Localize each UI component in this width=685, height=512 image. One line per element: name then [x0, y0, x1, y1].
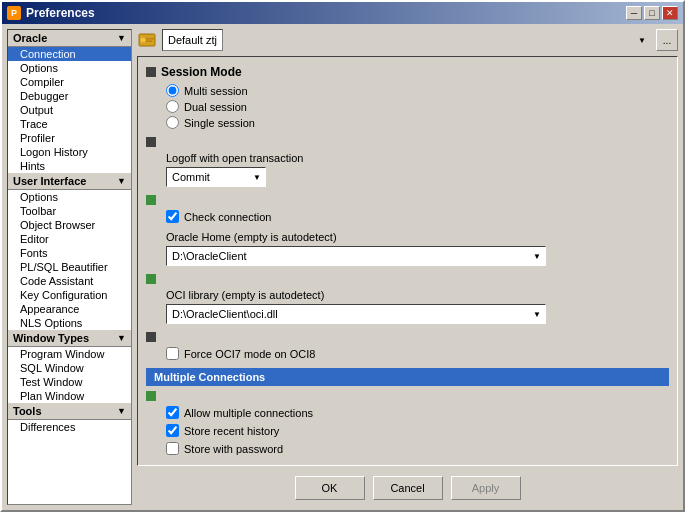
sidebar-item-options[interactable]: Options: [8, 61, 131, 75]
tools-arrow-icon: ▼: [117, 406, 126, 416]
sidebar-item-program-window[interactable]: Program Window: [8, 347, 131, 361]
svg-point-1: [141, 38, 146, 43]
content-area: Oracle ▼ Connection Options Compiler Deb…: [2, 24, 683, 510]
connection-select[interactable]: Default ztj: [162, 29, 223, 51]
mc-title-row: [146, 391, 669, 401]
radio-dual-session-label: Dual session: [184, 101, 247, 113]
sidebar-item-toolbar[interactable]: Toolbar: [8, 204, 131, 218]
check-connection-indicator: [146, 195, 156, 205]
sidebar-item-sql-window[interactable]: SQL Window: [8, 361, 131, 375]
ok-button[interactable]: OK: [295, 476, 365, 500]
check-connection-label: Check connection: [184, 211, 271, 223]
sidebar-item-nls-options[interactable]: NLS Options: [8, 316, 131, 330]
oci-library-section: OCI library (empty is autodetect) D:\Ora…: [146, 274, 669, 324]
sidebar-item-connection[interactable]: Connection: [8, 47, 131, 61]
sidebar-item-fonts[interactable]: Fonts: [8, 246, 131, 260]
sidebar-section-tools[interactable]: Tools ▼: [8, 403, 131, 420]
sidebar-item-logon-history[interactable]: Logon History: [8, 145, 131, 159]
oracle-section-label: Oracle: [13, 32, 47, 44]
logoff-row: Logoff with open transaction Commit Roll…: [166, 152, 669, 187]
preferences-window: P Preferences ─ □ ✕ Oracle ▼ Connection …: [0, 0, 685, 512]
force-oci7-row[interactable]: Force OCI7 mode on OCI8: [166, 347, 669, 360]
check-connection-row[interactable]: Check connection: [166, 210, 669, 223]
title-bar: P Preferences ─ □ ✕: [2, 2, 683, 24]
sidebar-item-differences[interactable]: Differences: [8, 420, 131, 434]
allow-multiple-row[interactable]: Allow multiple connections: [166, 406, 669, 419]
svg-rect-3: [146, 41, 152, 43]
ui-section-label: User Interface: [13, 175, 86, 187]
session-mode-title-row: Session Mode: [146, 65, 669, 79]
cancel-button[interactable]: Cancel: [373, 476, 443, 500]
oracle-home-section: Oracle Home (empty is autodetect) D:\Ora…: [146, 231, 669, 266]
radio-multi-session-label: Multi session: [184, 85, 248, 97]
sidebar-item-debugger[interactable]: Debugger: [8, 89, 131, 103]
radio-dual-session-input[interactable]: [166, 100, 179, 113]
oci-library-select[interactable]: D:\OracleClient\oci.dll: [166, 304, 546, 324]
sidebar-section-oracle[interactable]: Oracle ▼: [8, 30, 131, 47]
force-oci7-indicator: [146, 332, 156, 342]
multiple-connections-section: Allow multiple connections Store recent …: [146, 391, 669, 455]
apply-button[interactable]: Apply: [451, 476, 521, 500]
session-mode-section: Session Mode Multi session Dual session: [146, 65, 669, 129]
ui-arrow-icon: ▼: [117, 176, 126, 186]
session-mode-indicator: [146, 67, 156, 77]
minimize-button[interactable]: ─: [626, 6, 642, 20]
sidebar-section-ui[interactable]: User Interface ▼: [8, 173, 131, 190]
oracle-home-select-wrapper: D:\OracleClient: [166, 246, 546, 266]
commit-select[interactable]: Commit Rollback Ask: [166, 167, 266, 187]
oci-library-label: OCI library (empty is autodetect): [166, 289, 669, 301]
oracle-home-label: Oracle Home (empty is autodetect): [166, 231, 669, 243]
sidebar-item-key-config[interactable]: Key Configuration: [8, 288, 131, 302]
store-password-row[interactable]: Store with password: [166, 442, 669, 455]
check-connection-title-row: [146, 195, 669, 205]
check-connection-section: Check connection: [146, 195, 669, 223]
sidebar-item-object-browser[interactable]: Object Browser: [8, 218, 131, 232]
mc-indicator: [146, 391, 156, 401]
allow-multiple-label: Allow multiple connections: [184, 407, 313, 419]
bottom-bar: OK Cancel Apply: [137, 471, 678, 505]
force-oci7-label: Force OCI7 mode on OCI8: [184, 348, 315, 360]
sidebar-item-hints[interactable]: Hints: [8, 159, 131, 173]
radio-single-session-input[interactable]: [166, 116, 179, 129]
sidebar-item-plsql-beautifier[interactable]: PL/SQL Beautifier: [8, 260, 131, 274]
maximize-button[interactable]: □: [644, 6, 660, 20]
store-history-row[interactable]: Store recent history: [166, 424, 669, 437]
main-panel: Default ztj ... Session Mode Mul: [137, 29, 678, 505]
sidebar-item-plan-window[interactable]: Plan Window: [8, 389, 131, 403]
logoff-section: Logoff with open transaction Commit Roll…: [146, 137, 669, 187]
more-options-button[interactable]: ...: [656, 29, 678, 51]
force-oci7-checkbox[interactable]: [166, 347, 179, 360]
sidebar-item-test-window[interactable]: Test Window: [8, 375, 131, 389]
connection-icon: [137, 30, 157, 50]
commit-select-wrapper: Commit Rollback Ask: [166, 167, 266, 187]
radio-multi-session[interactable]: Multi session: [166, 84, 669, 97]
sidebar-item-editor[interactable]: Editor: [8, 232, 131, 246]
store-password-checkbox[interactable]: [166, 442, 179, 455]
radio-multi-session-input[interactable]: [166, 84, 179, 97]
store-history-checkbox[interactable]: [166, 424, 179, 437]
radio-single-session[interactable]: Single session: [166, 116, 669, 129]
window-title: Preferences: [26, 6, 95, 20]
window-types-arrow-icon: ▼: [117, 333, 126, 343]
oracle-home-select[interactable]: D:\OracleClient: [166, 246, 546, 266]
sidebar-item-profiler[interactable]: Profiler: [8, 131, 131, 145]
radio-single-session-label: Single session: [184, 117, 255, 129]
sidebar-section-window-types[interactable]: Window Types ▼: [8, 330, 131, 347]
title-bar-left: P Preferences: [7, 6, 95, 20]
sidebar-item-compiler[interactable]: Compiler: [8, 75, 131, 89]
store-password-label: Store with password: [184, 443, 283, 455]
sidebar-item-output[interactable]: Output: [8, 103, 131, 117]
logoff-indicator: [146, 137, 156, 147]
sidebar-item-appearance[interactable]: Appearance: [8, 302, 131, 316]
app-icon: P: [7, 6, 21, 20]
allow-multiple-checkbox[interactable]: [166, 406, 179, 419]
close-button[interactable]: ✕: [662, 6, 678, 20]
sidebar-item-ui-options[interactable]: Options: [8, 190, 131, 204]
sidebar-item-trace[interactable]: Trace: [8, 117, 131, 131]
check-connection-checkbox[interactable]: [166, 210, 179, 223]
connection-select-wrapper: Default ztj: [162, 29, 651, 51]
toolbar-row: Default ztj ...: [137, 29, 678, 51]
oracle-arrow-icon: ▼: [117, 33, 126, 43]
sidebar-item-code-assistant[interactable]: Code Assistant: [8, 274, 131, 288]
radio-dual-session[interactable]: Dual session: [166, 100, 669, 113]
